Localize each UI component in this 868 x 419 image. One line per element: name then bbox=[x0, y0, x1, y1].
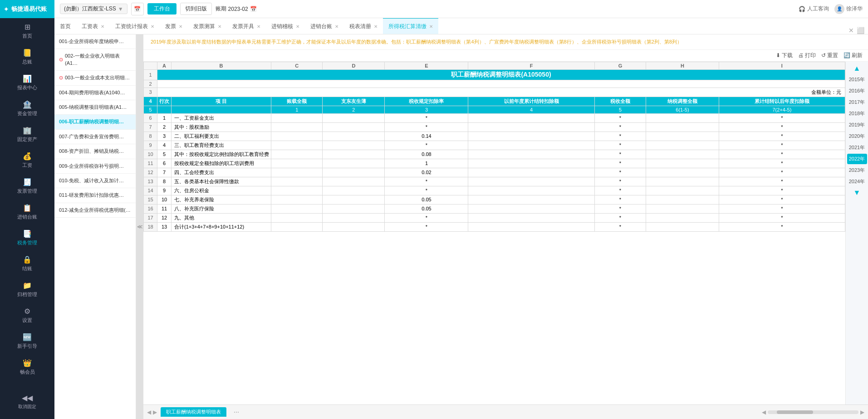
year-item-2022年[interactable]: 2022年 bbox=[847, 154, 867, 164]
year-item-2020年[interactable]: 2020年 bbox=[847, 131, 867, 141]
left-panel-item-011[interactable]: 011-研发费用加计扣除优惠… bbox=[54, 188, 136, 203]
c4-13[interactable] bbox=[468, 222, 594, 231]
tab-purchase-ledger[interactable]: 进销台账✕ bbox=[305, 18, 344, 34]
c1-4[interactable] bbox=[271, 141, 323, 150]
c1-8[interactable] bbox=[271, 177, 323, 186]
c1-7[interactable] bbox=[271, 168, 323, 177]
spreadsheet-wrapper[interactable]: ABCDEFGHI1职工薪酬纳税调整明细表(A105050)23金额单位：元4 … bbox=[143, 62, 845, 405]
c1-10[interactable] bbox=[271, 195, 323, 204]
c4-3[interactable] bbox=[468, 132, 594, 141]
c2-11[interactable] bbox=[323, 204, 385, 213]
c4-7[interactable] bbox=[468, 168, 594, 177]
tabs-close-all[interactable]: ✕ bbox=[848, 27, 854, 34]
tab-invoice-open[interactable]: 发票开具✕ bbox=[227, 18, 266, 34]
tab-close-payroll-stats[interactable]: ✕ bbox=[151, 24, 154, 29]
tab-close-income-tax[interactable]: ✕ bbox=[429, 24, 433, 29]
tab-close-payroll[interactable]: ✕ bbox=[101, 24, 104, 29]
left-panel-item-004[interactable]: 004-期间费用明细表(A1040… bbox=[54, 86, 136, 100]
sidebar-item-vip[interactable]: 👑畅会员 bbox=[0, 354, 54, 380]
left-panel-item-005[interactable]: 005-纳税调整项目明细表(A1… bbox=[54, 100, 136, 115]
c4-4[interactable] bbox=[468, 141, 594, 150]
year-item-2018年[interactable]: 2018年 bbox=[847, 108, 867, 119]
reset-button[interactable]: ↺ 重置 bbox=[821, 52, 838, 59]
c1-5[interactable] bbox=[271, 150, 323, 159]
left-panel-item-002[interactable]: ⊙002-一般企业收入明细表(A1… bbox=[54, 49, 136, 71]
left-panel-item-008[interactable]: 008-资产折旧、摊销及纳税… bbox=[54, 144, 136, 159]
left-panel-item-010[interactable]: 010-免税、减计收入及加计… bbox=[54, 174, 136, 188]
bottom-sheet-tab[interactable]: 职工薪酬纳税调整明细表 bbox=[161, 407, 226, 417]
left-panel-item-007[interactable]: 007-广告费和业务宣传费明… bbox=[54, 130, 136, 144]
tab-payroll[interactable]: 工资表✕ bbox=[76, 18, 110, 34]
c1-6[interactable] bbox=[271, 159, 323, 168]
sidebar-item-archive[interactable]: 📁归档管理 bbox=[0, 277, 54, 302]
left-panel-item-009[interactable]: 009-企业所得税弥补亏损明… bbox=[54, 159, 136, 174]
sidebar-item-reports[interactable]: 📊报表中心 bbox=[0, 70, 54, 96]
sidebar-item-cancel[interactable]: ◀◀ 取消固定 bbox=[0, 389, 54, 414]
c2-1[interactable] bbox=[323, 113, 385, 122]
bottom-dots-menu[interactable]: ⋯ bbox=[234, 409, 239, 415]
refresh-button[interactable]: 🔄 刷新 bbox=[843, 52, 863, 59]
tab-close-purchase-ledger[interactable]: ✕ bbox=[335, 24, 338, 29]
nav-right-icon[interactable]: ▶ bbox=[153, 409, 157, 415]
year-item-2021年[interactable]: 2021年 bbox=[847, 142, 867, 153]
sidebar-item-invoice[interactable]: 🧾发票管理 bbox=[0, 173, 54, 199]
sidebar-item-tax[interactable]: 📑税务管理 bbox=[0, 225, 54, 251]
c2-12[interactable] bbox=[323, 213, 385, 222]
c4-2[interactable] bbox=[468, 122, 594, 132]
c1-9[interactable] bbox=[271, 186, 323, 195]
c2-4[interactable] bbox=[323, 141, 385, 150]
c2-3[interactable] bbox=[323, 132, 385, 141]
c1-2[interactable] bbox=[271, 122, 323, 132]
c1-13[interactable] bbox=[271, 222, 323, 231]
old-version-button[interactable]: 切到旧版 bbox=[180, 3, 212, 15]
collapse-button[interactable]: ≪ bbox=[136, 34, 143, 419]
tab-close-invoice-open[interactable]: ✕ bbox=[257, 24, 260, 29]
tab-home[interactable]: 首页 bbox=[54, 18, 76, 34]
year-scroll-up[interactable]: ▲ bbox=[853, 63, 862, 73]
sidebar-item-home[interactable]: ⊞首页 bbox=[0, 18, 54, 44]
year-item-2015年[interactable]: 2015年 bbox=[847, 74, 867, 85]
sidebar-item-payroll[interactable]: 💰工资 bbox=[0, 147, 54, 173]
left-panel-item-012[interactable]: 012-减免企业所得税优惠明细(… bbox=[54, 203, 136, 218]
user-menu[interactable]: 👤 徐泽华 bbox=[834, 4, 863, 14]
c4-6[interactable] bbox=[468, 159, 594, 168]
tab-invoice-calc[interactable]: 发票测算✕ bbox=[188, 18, 227, 34]
tab-close-purchase-check[interactable]: ✕ bbox=[296, 24, 299, 29]
tabs-maximize[interactable]: ⬜ bbox=[857, 27, 864, 34]
c2-7[interactable] bbox=[323, 168, 385, 177]
print-button[interactable]: 🖨 打印 bbox=[798, 52, 816, 59]
c1-1[interactable] bbox=[271, 113, 323, 122]
sidebar-item-ledger[interactable]: 📒总账 bbox=[0, 44, 54, 70]
c4-5[interactable] bbox=[468, 150, 594, 159]
c1-3[interactable] bbox=[271, 132, 323, 141]
tab-purchase-check[interactable]: 进销稽核✕ bbox=[266, 18, 305, 34]
left-panel-item-001[interactable]: 001-企业所得税年度纳税申… bbox=[54, 34, 136, 49]
c2-13[interactable] bbox=[323, 222, 385, 231]
tab-payroll-stats[interactable]: 工资统计报表✕ bbox=[110, 18, 160, 34]
c2-10[interactable] bbox=[323, 195, 385, 204]
left-panel-item-006[interactable]: 006-职工薪酬纳税调整明细… bbox=[54, 115, 136, 129]
sidebar-item-purchase[interactable]: 📋进销台账 bbox=[0, 199, 54, 225]
scroll-left-icon[interactable]: ◀ bbox=[762, 409, 766, 415]
tab-invoice[interactable]: 发票✕ bbox=[160, 18, 188, 34]
c2-6[interactable] bbox=[323, 159, 385, 168]
c4-12[interactable] bbox=[468, 213, 594, 222]
year-item-2019年[interactable]: 2019年 bbox=[847, 120, 867, 130]
tab-close-tax-clear[interactable]: ✕ bbox=[374, 24, 378, 29]
c4-11[interactable] bbox=[468, 204, 594, 213]
year-item-2024年[interactable]: 2024年 bbox=[847, 176, 867, 187]
sidebar-item-assets[interactable]: 🏦资金管理 bbox=[0, 96, 54, 122]
scroll-right-icon[interactable]: ▶ bbox=[860, 409, 864, 415]
c4-8[interactable] bbox=[468, 177, 594, 186]
tab-income-tax[interactable]: 所得税汇算清缴✕ bbox=[383, 18, 438, 34]
tab-close-invoice-calc[interactable]: ✕ bbox=[218, 24, 221, 29]
nav-left-icon[interactable]: ◀ bbox=[147, 409, 151, 415]
work-platform-button[interactable]: 工作台 bbox=[147, 3, 177, 15]
left-panel-item-003[interactable]: ⊙003-一般企业成本支出明细… bbox=[54, 71, 136, 85]
tab-tax-clear[interactable]: 税表清册✕ bbox=[344, 18, 383, 34]
sidebar-item-guide[interactable]: 🆕新手引导 bbox=[0, 328, 54, 354]
year-item-2016年[interactable]: 2016年 bbox=[847, 86, 867, 96]
period-selector[interactable]: 账期 2023-02 📅 bbox=[216, 5, 257, 13]
calendar-icon-btn[interactable]: 📅 bbox=[131, 3, 144, 15]
c4-10[interactable] bbox=[468, 195, 594, 204]
